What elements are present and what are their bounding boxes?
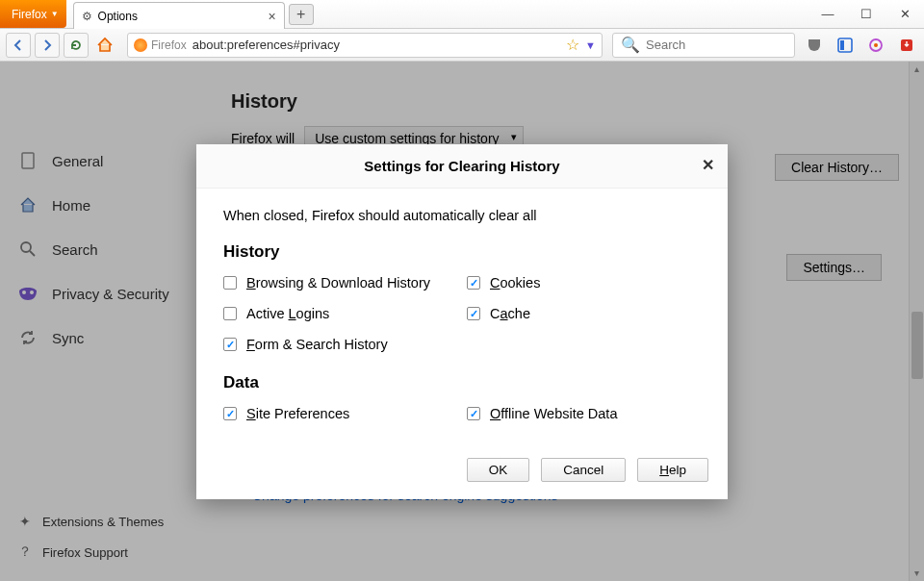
reload-icon (69, 38, 83, 52)
check-label: Offline Website Data (490, 406, 617, 421)
maximize-button[interactable]: ☐ (847, 0, 886, 28)
firefox-menu-label: Firefox (12, 8, 47, 21)
check-form[interactable]: Form & Search History (223, 337, 457, 352)
checkbox-icon (467, 307, 480, 320)
check-label: Form & Search History (246, 337, 388, 352)
close-window-button[interactable]: ✕ (886, 0, 924, 28)
checkbox-icon (467, 407, 480, 420)
new-tab-button[interactable]: + (289, 4, 314, 25)
ok-button[interactable]: OK (467, 458, 530, 482)
gear-icon: ⚙ (82, 10, 92, 23)
arrow-left-icon (12, 38, 25, 52)
check-browsing[interactable]: Browsing & Download History (223, 275, 457, 290)
check-label: Cookies (490, 275, 540, 290)
checkbox-icon (223, 307, 237, 320)
firefox-menu-button[interactable]: Firefox ▼ (0, 0, 66, 28)
search-input[interactable] (646, 38, 786, 52)
tab-title: Options (98, 10, 138, 23)
url-dropdown-icon[interactable]: ▼ (585, 39, 596, 51)
window-controls: — ☐ ✕ (808, 0, 924, 28)
identity-label: Firefox (151, 38, 187, 52)
check-label: Site Preferences (246, 406, 349, 421)
forward-button[interactable] (35, 33, 60, 58)
close-tab-icon[interactable]: × (268, 9, 275, 24)
checkbox-icon (223, 407, 237, 420)
history-subheading: History (223, 242, 701, 262)
dialog-body: When closed, Firefox should automaticall… (196, 189, 728, 448)
help-button[interactable]: Help (637, 458, 708, 482)
checkbox-icon (223, 276, 237, 290)
search-box[interactable]: 🔍 (612, 33, 795, 58)
checkbox-icon (467, 276, 480, 290)
history-checks: Browsing & Download History Cookies Acti… (223, 275, 701, 352)
firefox-identity-icon (134, 38, 147, 52)
nav-toolbar: Firefox about:preferences#privacy ☆ ▼ 🔍 (0, 29, 924, 62)
download-icon[interactable] (895, 34, 918, 57)
check-cache[interactable]: Cache (467, 306, 701, 321)
dropdown-triangle-icon: ▼ (51, 10, 59, 18)
dialog-intro: When closed, Firefox should automaticall… (223, 208, 701, 223)
back-button[interactable] (6, 33, 31, 58)
check-cookies[interactable]: Cookies (467, 275, 701, 290)
svg-point-3 (874, 43, 878, 47)
browser-tab[interactable]: ⚙ Options × (73, 2, 285, 29)
checkbox-icon (223, 338, 237, 351)
arrow-right-icon (40, 38, 54, 52)
check-label: Cache (490, 306, 530, 321)
cancel-button[interactable]: Cancel (541, 458, 626, 482)
check-offline[interactable]: Offline Website Data (467, 406, 701, 421)
check-label: Browsing & Download History (246, 275, 430, 290)
ublock-icon[interactable] (803, 34, 826, 57)
check-siteprefs[interactable]: Site Preferences (223, 406, 457, 421)
minimize-button[interactable]: — (808, 0, 847, 28)
check-label: Active Logins (246, 306, 329, 321)
check-logins[interactable]: Active Logins (223, 306, 457, 321)
dialog-footer: OK Cancel Help (196, 448, 728, 499)
home-button[interactable] (92, 33, 117, 58)
home-icon (96, 37, 114, 54)
library-icon[interactable] (834, 34, 857, 57)
url-text: about:preferences#privacy (192, 38, 340, 52)
reload-button[interactable] (64, 33, 89, 58)
dialog-header: Settings for Clearing History ✕ (196, 144, 728, 189)
dialog-title: Settings for Clearing History (364, 158, 559, 174)
close-dialog-icon[interactable]: ✕ (702, 156, 714, 174)
svg-rect-1 (840, 40, 844, 50)
titlebar: Firefox ▼ ⚙ Options × + — ☐ ✕ (0, 0, 924, 29)
search-icon: 🔍 (621, 36, 640, 54)
data-subheading: Data (223, 373, 701, 392)
bookmark-star-icon[interactable]: ☆ (566, 36, 579, 54)
data-checks: Site Preferences Offline Website Data (223, 406, 701, 421)
clear-history-dialog: Settings for Clearing History ✕ When clo… (196, 144, 728, 499)
url-bar[interactable]: Firefox about:preferences#privacy ☆ ▼ (127, 33, 603, 58)
container-icon[interactable] (864, 34, 887, 57)
